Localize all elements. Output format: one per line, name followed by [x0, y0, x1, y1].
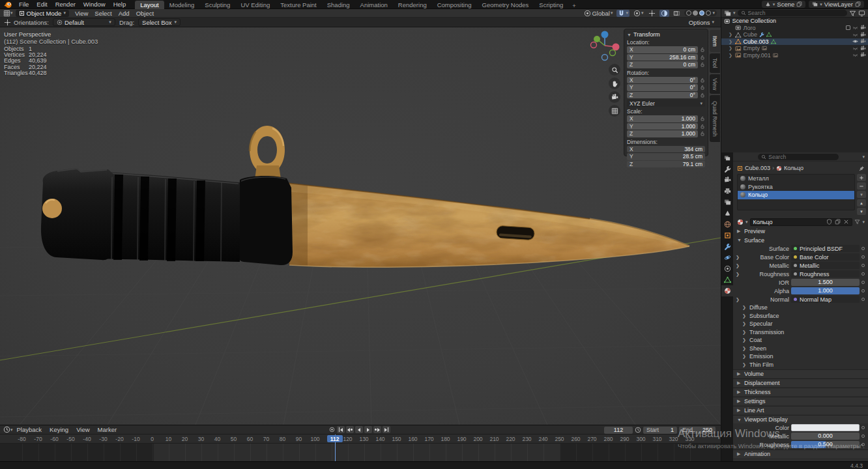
properties-tab-physics[interactable]: [721, 252, 733, 263]
rotation-mode-dropdown[interactable]: XYZ Euler ▾: [627, 100, 705, 107]
properties-tab-object[interactable]: [721, 230, 733, 241]
visibility-eye-icon[interactable]: [852, 38, 858, 44]
blender-logo-icon[interactable]: [3, 1, 13, 8]
mode-selector[interactable]: Object Mode ▾: [16, 10, 69, 17]
workspace-tab-scripting[interactable]: Scripting: [534, 1, 568, 9]
shading-material-preview-button[interactable]: [699, 10, 704, 16]
workspace-tab-animation[interactable]: Animation: [355, 1, 393, 9]
overlays-toggle[interactable]: [659, 10, 669, 17]
exclude-checkbox[interactable]: [846, 25, 850, 30]
decorator-icon[interactable]: [861, 247, 865, 250]
field-z[interactable]: Z1.000: [627, 130, 698, 137]
current-frame-field[interactable]: 112: [604, 427, 633, 434]
lock-icon[interactable]: [700, 124, 705, 129]
properties-search[interactable]: [758, 154, 839, 160]
panel-viewport-display[interactable]: ▼ Viewport Display: [733, 415, 868, 423]
shading-wireframe-button[interactable]: [686, 10, 691, 16]
panel-preview[interactable]: ▶ Preview: [733, 227, 868, 235]
visibility-eye-closed-icon[interactable]: [852, 46, 858, 51]
render-visibility-icon[interactable]: [860, 25, 866, 31]
xray-toggle[interactable]: [672, 10, 682, 17]
duplicate-icon[interactable]: [835, 219, 841, 225]
decorator-icon[interactable]: [861, 264, 865, 267]
transform-orientation-button[interactable]: Global ▾: [583, 10, 614, 17]
lock-icon[interactable]: [700, 116, 705, 121]
value-slider[interactable]: 0.500: [791, 441, 860, 448]
axis-y-negative[interactable]: [610, 50, 616, 56]
sidebar-tab-quad-remesh[interactable]: Quad Remesh: [710, 95, 720, 142]
expand-icon[interactable]: ❯: [736, 255, 740, 260]
timeline-menu-view[interactable]: View: [72, 425, 93, 434]
outliner-item-лого[interactable]: Лого: [721, 25, 868, 32]
workspace-tab-modeling[interactable]: Modeling: [164, 1, 200, 9]
sidebar-tab-item[interactable]: Item: [710, 30, 720, 52]
play-button[interactable]: [364, 426, 372, 433]
value-field[interactable]: Metallic: [791, 262, 860, 269]
axis-z-negative[interactable]: [602, 55, 608, 61]
expand-icon[interactable]: ❯: [728, 53, 733, 58]
snap-toggle[interactable]: ▾: [616, 10, 629, 17]
jump-to-end-button[interactable]: [383, 426, 390, 433]
zoom-button[interactable]: [609, 64, 620, 76]
field-z[interactable]: Z0°: [627, 92, 698, 99]
drag-mode-dropdown[interactable]: Select Box ▾: [138, 18, 181, 26]
lock-icon[interactable]: [700, 131, 705, 136]
add-workspace-button[interactable]: +: [568, 2, 580, 9]
outliner-search[interactable]: [738, 10, 847, 16]
subpanel-sheen[interactable]: ❯Sheen: [733, 345, 868, 353]
expand-icon[interactable]: ❯: [736, 272, 740, 277]
remove-slot-button[interactable]: [857, 182, 866, 190]
field-x[interactable]: X1.000: [627, 115, 698, 122]
properties-search-input[interactable]: [768, 154, 835, 160]
subpanel-emission[interactable]: ❯Emission: [733, 352, 868, 361]
move-slot-up-button[interactable]: ▲: [857, 199, 866, 206]
properties-tab-view-layer[interactable]: [721, 197, 733, 208]
outliner-search-input[interactable]: [748, 10, 844, 16]
active-tool-icon[interactable]: [4, 19, 11, 26]
sidebar-tab-view[interactable]: View: [710, 74, 720, 94]
properties-editor-type-button[interactable]: [721, 152, 733, 163]
lock-icon[interactable]: [700, 85, 705, 90]
gizmos-toggle[interactable]: [647, 10, 657, 17]
viewport-3d[interactable]: User Perspective (112) Scene Collection …: [0, 27, 721, 425]
properties-tab-scene[interactable]: [721, 208, 733, 219]
decorator-icon[interactable]: [861, 434, 865, 438]
subpanel-diffuse[interactable]: ❯Diffuse: [733, 304, 868, 312]
auto-keying-toggle[interactable]: [328, 426, 336, 433]
menu-render[interactable]: Render: [51, 0, 80, 8]
timeline-menu-playback[interactable]: Playback: [13, 425, 46, 434]
pan-button[interactable]: [609, 78, 620, 89]
field-z[interactable]: Z0 cm: [627, 61, 698, 68]
axis-x-positive[interactable]: [613, 44, 620, 51]
properties-tab-material[interactable]: [721, 285, 733, 296]
scene-selector[interactable]: ▾ Scene: [762, 1, 805, 8]
filter-icon[interactable]: [854, 219, 860, 225]
panel-settings[interactable]: ▶Settings: [733, 397, 868, 405]
expand-icon[interactable]: ❯: [728, 32, 733, 37]
proportional-edit-toggle[interactable]: ▾: [632, 10, 645, 17]
field-x[interactable]: X0°: [627, 77, 698, 84]
subpanel-transmission[interactable]: ❯Transmission: [733, 328, 868, 337]
visibility-eye-closed-icon[interactable]: [852, 25, 858, 31]
workspace-tab-uv-editing[interactable]: UV Editing: [235, 1, 275, 9]
panel-surface[interactable]: ▼ Surface: [733, 236, 868, 244]
timeline-ruler[interactable]: -80-70-60-50-40-30-20-100102030405060708…: [0, 434, 721, 444]
workspace-tab-geometry-nodes[interactable]: Geometry Nodes: [477, 1, 534, 9]
value-field[interactable]: Principled BSDF: [791, 245, 860, 252]
copy-icon[interactable]: [796, 1, 802, 7]
next-keyframe-button[interactable]: [373, 426, 381, 433]
properties-tab-output[interactable]: [721, 186, 733, 197]
axis-y-positive[interactable]: [594, 36, 600, 42]
render-visibility-icon[interactable]: [860, 52, 866, 58]
lock-icon[interactable]: [700, 62, 705, 67]
lock-icon[interactable]: [700, 47, 705, 52]
decorator-icon[interactable]: [861, 443, 865, 446]
properties-tab-modifiers[interactable]: [721, 241, 733, 252]
properties-tab-world[interactable]: [721, 219, 733, 230]
playhead-badge[interactable]: 112: [327, 435, 343, 442]
viewport-menu-object[interactable]: Object: [133, 9, 157, 18]
outliner-item-cube-003[interactable]: ❯Cube.003: [721, 38, 868, 46]
new-collection-icon[interactable]: [858, 10, 865, 17]
axis-x-negative[interactable]: [591, 42, 597, 48]
knife-model[interactable]: [41, 126, 701, 278]
